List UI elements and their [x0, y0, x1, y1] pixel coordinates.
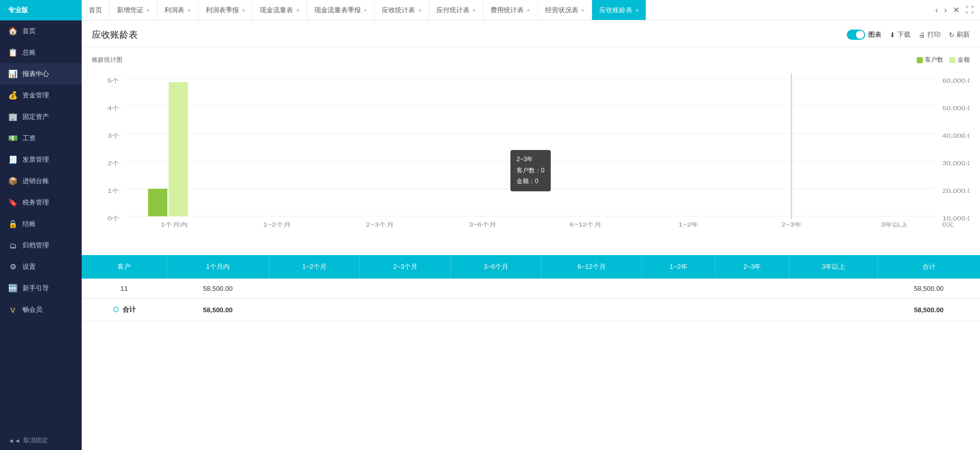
refresh-label: 刷新	[957, 30, 970, 39]
svg-text:1~2年: 1~2年	[678, 221, 699, 228]
table-body: 11 58,500.00 58,500.00 ⬡	[82, 279, 980, 321]
sidebar-item-label: 资金管理	[22, 91, 49, 100]
tab-profit-quarter-close[interactable]: ×	[242, 7, 245, 13]
sidebar-item-closing[interactable]: 🔒 结账	[0, 213, 82, 235]
settings-icon: ⚙	[8, 262, 17, 271]
tab-close-btn[interactable]: ✕	[951, 4, 962, 16]
tab-business-stat-close[interactable]: ×	[581, 7, 584, 13]
tab-cashflow-quarter-close[interactable]: ×	[364, 7, 367, 13]
page-header: 应收账龄表 图表 ⬇ 下载 🖨 打印 ↻ 刷新	[82, 20, 980, 47]
sidebar-item-home[interactable]: 🏠 首页	[0, 20, 82, 42]
download-button[interactable]: ⬇ 下载	[890, 30, 911, 39]
svg-text:60,000.00元: 60,000.00元	[942, 78, 970, 84]
tab-cashflow-quarter[interactable]: 现金流量表季报 ×	[307, 0, 375, 20]
sidebar-item-settings[interactable]: ⚙ 设置	[0, 256, 82, 278]
tab-voucher-label: 新增凭证	[117, 6, 143, 15]
refresh-button[interactable]: ↻ 刷新	[949, 30, 970, 39]
download-label: 下载	[897, 30, 911, 39]
sidebar-item-label: 报表中心	[22, 69, 49, 79]
total-month1: 58,500.00	[166, 299, 269, 321]
page-content: 应收账龄表 图表 ⬇ 下载 🖨 打印 ↻ 刷新	[82, 20, 980, 450]
sidebar-footer-pin[interactable]: ◄◄ 取消固定	[0, 431, 82, 450]
total-text: 合计	[122, 306, 136, 313]
tab-aging-close[interactable]: ×	[635, 7, 639, 13]
sidebar-item-label: 固定资产	[22, 112, 49, 121]
legend-amount-label: 金额	[958, 56, 970, 64]
legend-customers: 客户数	[917, 56, 943, 64]
sidebar-item-archive[interactable]: 🗂 归档管理	[0, 235, 82, 256]
total-year23	[716, 299, 789, 321]
svg-text:30,000.00元: 30,000.00元	[942, 160, 970, 167]
tab-receivable-stat[interactable]: 应收统计表 ×	[375, 0, 429, 20]
table-row: 11 58,500.00 58,500.00	[82, 279, 980, 299]
chart-title: 账龄统计图	[92, 56, 970, 64]
tab-next-btn[interactable]: ›	[942, 5, 949, 16]
tab-home[interactable]: 首页	[82, 0, 110, 20]
sidebar-item-label: 税务管理	[22, 198, 49, 207]
sidebar-item-ledger[interactable]: 📋 总账	[0, 42, 82, 63]
tab-payable-stat[interactable]: 应付统计表 ×	[429, 0, 483, 20]
sidebar-item-label: 结账	[22, 219, 36, 229]
table-header: 客户 1个月内 1~2个月 2~3个月 3~6个月 6~12个月 1~2年 2~…	[82, 255, 980, 279]
print-button[interactable]: 🖨 打印	[919, 30, 941, 39]
archive-icon: 🗂	[8, 241, 17, 250]
total-label: ⬡ 合计	[82, 299, 166, 321]
data-table-wrap: 客户 1个月内 1~2个月 2~3个月 3~6个月 6~12个月 1~2年 2~…	[82, 255, 980, 450]
tab-aging[interactable]: 应收账龄表 ×	[592, 0, 646, 20]
total-month612	[542, 299, 642, 321]
bar-amount-0	[169, 82, 188, 216]
tab-business-stat[interactable]: 经营状况表 ×	[538, 0, 592, 20]
cell-month36	[451, 279, 542, 299]
toggle-track[interactable]	[847, 30, 865, 40]
total-row: ⬡ 合计 58,500.00 58,500.00	[82, 299, 980, 321]
chart-svg-wrap: 5个 4个 3个 2个 1个 0个 60,000.00元 50,000.00元 …	[92, 68, 970, 247]
tab-expense-stat-close[interactable]: ×	[527, 7, 530, 13]
sidebar-item-funds[interactable]: 💰 资金管理	[0, 85, 82, 106]
total-year3plus	[789, 299, 877, 321]
sidebar-item-guide[interactable]: 🆕 新手引导	[0, 278, 82, 299]
tab-expand-btn[interactable]: ⛶	[964, 5, 976, 16]
tab-cashflow[interactable]: 现金流量表 ×	[253, 0, 307, 20]
svg-text:40,000.00元: 40,000.00元	[942, 133, 970, 139]
invoice-icon: 🧾	[8, 155, 17, 164]
svg-text:0元: 0元	[942, 221, 954, 228]
svg-text:1个月内: 1个月内	[161, 221, 187, 228]
chart-toggle[interactable]: 图表	[847, 30, 881, 40]
sidebar-item-assets[interactable]: 🏢 固定资产	[0, 106, 82, 128]
tab-prev-btn[interactable]: ‹	[933, 5, 940, 16]
tab-profit[interactable]: 利润表 ×	[157, 0, 198, 20]
cell-total: 58,500.00	[877, 279, 980, 299]
chart-legend: 客户数 金额	[917, 56, 970, 64]
tab-profit-quarter[interactable]: 利润表季报 ×	[199, 0, 253, 20]
tab-cashflow-quarter-label: 现金流量表季报	[314, 6, 361, 15]
sidebar-item-tax[interactable]: 🔖 税务管理	[0, 192, 82, 213]
cell-month612	[542, 279, 642, 299]
sidebar-item-label: 进销台账	[22, 177, 49, 186]
tab-payable-stat-close[interactable]: ×	[473, 7, 476, 13]
tab-nav-buttons: ‹ › ✕ ⛶	[929, 4, 980, 16]
chart-svg: 5个 4个 3个 2个 1个 0个 60,000.00元 50,000.00元 …	[92, 68, 970, 242]
svg-text:20,000.00元: 20,000.00元	[942, 188, 970, 194]
tab-voucher-close[interactable]: ×	[146, 7, 150, 13]
sidebar-item-member[interactable]: V 畅会员	[0, 299, 82, 320]
legend-amount: 金额	[949, 56, 970, 64]
tab-expense-stat[interactable]: 费用统计表 ×	[483, 0, 537, 20]
reports-icon: 📊	[8, 69, 17, 79]
member-icon: V	[8, 306, 17, 314]
col-year3plus: 3年以上	[789, 255, 877, 279]
sidebar-item-reports[interactable]: 📊 报表中心	[0, 63, 82, 85]
tab-cashflow-close[interactable]: ×	[296, 7, 299, 13]
sidebar-item-invoice[interactable]: 🧾 发票管理	[0, 149, 82, 170]
svg-text:10,000.00元: 10,000.00元	[942, 215, 970, 222]
sidebar-item-purchasesale[interactable]: 📦 进销台账	[0, 170, 82, 192]
tax-icon: 🔖	[8, 198, 17, 207]
tab-voucher[interactable]: 新增凭证 ×	[110, 0, 157, 20]
print-icon: 🖨	[919, 31, 925, 39]
sidebar-item-salary[interactable]: 💵 工资	[0, 128, 82, 149]
sidebar-item-label: 畅会员	[22, 305, 42, 314]
tab-profit-close[interactable]: ×	[187, 7, 190, 13]
svg-text:3~6个月: 3~6个月	[469, 221, 497, 228]
table-header-row: 客户 1个月内 1~2个月 2~3个月 3~6个月 6~12个月 1~2年 2~…	[82, 255, 980, 279]
svg-text:4个: 4个	[108, 105, 119, 112]
tab-receivable-stat-close[interactable]: ×	[418, 7, 421, 13]
